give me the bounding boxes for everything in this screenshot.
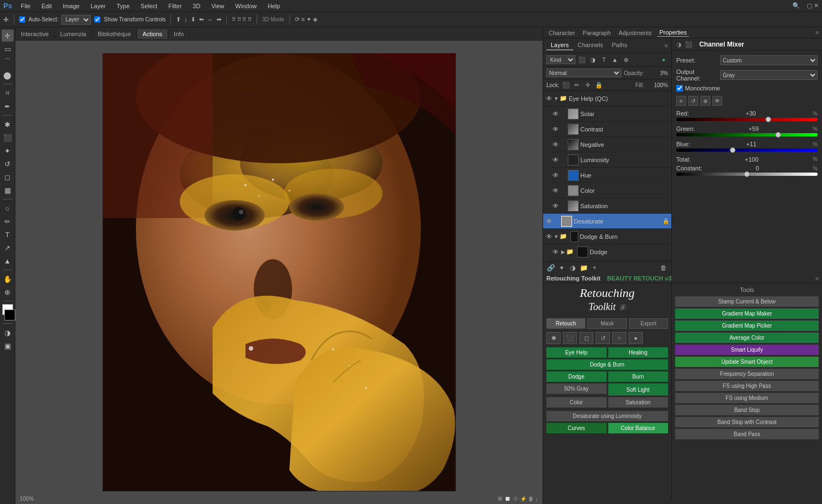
- link-layers-btn[interactable]: 🔗: [546, 264, 555, 272]
- btn-update-smart-object[interactable]: Update Smart Object: [675, 357, 819, 367]
- tab-export[interactable]: Export: [629, 318, 668, 329]
- lock-pixels-btn[interactable]: ⬛: [562, 81, 570, 89]
- btn-saturation[interactable]: Saturation: [608, 397, 669, 408]
- btn-band-pass[interactable]: Band Pass: [675, 429, 819, 439]
- search-icon[interactable]: 🔍: [792, 2, 800, 9]
- btn-band-stop[interactable]: Band Stop: [675, 405, 819, 415]
- eye-visibility-eye-help[interactable]: 👁: [545, 95, 553, 102]
- layer-dodge-group[interactable]: 👁 ▶ 📁 Dodge: [550, 244, 671, 260]
- shape-tool[interactable]: ▲: [2, 255, 14, 267]
- filter-type-icon[interactable]: T: [600, 55, 608, 64]
- layer-dodge-burn-group[interactable]: 👁 ▼ 📁 Dodge & Burn: [543, 229, 671, 244]
- add-style-btn[interactable]: ✦: [557, 264, 566, 272]
- filter-shape-icon[interactable]: ▲: [610, 55, 619, 64]
- retouch-icon-heal[interactable]: ✱: [546, 332, 561, 344]
- btn-average-color[interactable]: Average Color: [675, 333, 819, 343]
- new-layer-btn[interactable]: +: [590, 264, 599, 272]
- fill-value[interactable]: 100%: [646, 82, 668, 88]
- retouch-icon-patch[interactable]: ◻: [579, 332, 593, 344]
- cm-icon-btn4[interactable]: 👁: [712, 96, 722, 106]
- expand-dodge-burn[interactable]: ▼: [553, 233, 560, 240]
- tab-actions[interactable]: Actions: [137, 29, 168, 39]
- layer-color[interactable]: 👁 Color: [550, 183, 671, 198]
- expand-solar[interactable]: [560, 111, 566, 117]
- tab-channels[interactable]: Channels: [573, 41, 607, 50]
- btn-eye-help[interactable]: Eye Help: [546, 347, 607, 358]
- selection-tool[interactable]: ▭: [2, 43, 14, 55]
- brush-tool[interactable]: ⬛: [2, 131, 14, 144]
- btn-curves[interactable]: Curves: [546, 423, 607, 433]
- layer-kind-filter[interactable]: Kind Name Effect: [546, 55, 575, 64]
- tab-properties[interactable]: Properties: [657, 28, 689, 37]
- filter-smart-icon[interactable]: ⊕: [621, 55, 630, 64]
- cm-output-channel-select[interactable]: Gray Red Green Blue: [720, 70, 818, 80]
- menu-filter[interactable]: Filter: [166, 3, 184, 9]
- tab-paths[interactable]: Paths: [608, 41, 632, 50]
- align-right-icon[interactable]: ➡: [216, 16, 221, 23]
- filter-toggle-btn[interactable]: ●: [659, 55, 668, 64]
- filter-adj-icon[interactable]: ◑: [589, 55, 597, 64]
- lock-image-btn[interactable]: ✏: [573, 81, 581, 89]
- menu-layer[interactable]: Layer: [88, 3, 108, 9]
- eye-luminosity[interactable]: 👁: [552, 156, 560, 164]
- expand-luminosity[interactable]: [560, 157, 566, 163]
- cm-green-thumb[interactable]: [775, 132, 781, 138]
- layer-luminosity[interactable]: 👁 Luminosity: [550, 152, 671, 168]
- clone-tool[interactable]: ✦: [2, 145, 14, 157]
- eyedropper-tool[interactable]: ✒: [2, 100, 14, 112]
- menu-3d[interactable]: 3D: [191, 3, 203, 9]
- cm-icon-btn1[interactable]: ≡: [676, 96, 686, 106]
- quick-select-tool[interactable]: ⬤: [2, 69, 14, 81]
- menu-file[interactable]: File: [19, 3, 33, 9]
- layer-saturation[interactable]: 👁 Saturation: [550, 198, 671, 214]
- tab-adjustments[interactable]: Adjustments: [616, 29, 654, 37]
- cm-red-thumb[interactable]: [766, 117, 771, 122]
- btn-gradient-map-picker[interactable]: Gradient Map Picker: [675, 320, 819, 331]
- quick-mask-btn[interactable]: ◑: [2, 327, 14, 339]
- layer-desaturate-main[interactable]: 👁 Desaturate 🔒: [543, 214, 671, 229]
- menu-window[interactable]: Window: [233, 3, 259, 9]
- btn-frequency-separation[interactable]: Frequency Separation: [675, 369, 819, 379]
- layer-hue[interactable]: 👁 Hue: [550, 168, 671, 183]
- tab-retouch[interactable]: Retouch: [546, 318, 585, 329]
- expand-eye-help[interactable]: ▼: [553, 95, 560, 102]
- btn-desaturate-lum[interactable]: Desaturate using Luminosity: [546, 411, 668, 421]
- auto-select-dropdown[interactable]: Layer Group: [61, 15, 91, 25]
- btn-fs-high-pass[interactable]: FS using High Pass: [675, 381, 819, 391]
- align-hcenter-icon[interactable]: ↔: [207, 16, 213, 23]
- layer-negative[interactable]: 👁 Negative: [550, 137, 671, 152]
- cm-icon-btn3[interactable]: ⊕: [700, 96, 710, 106]
- tab-mask[interactable]: Mask: [587, 318, 626, 329]
- type-tool[interactable]: T: [2, 228, 14, 240]
- cm-green-track[interactable]: [676, 133, 818, 136]
- btn-stamp-current[interactable]: Stamp Current & Below: [675, 296, 819, 307]
- history-brush-tool[interactable]: ↺: [2, 158, 14, 170]
- cm-blue-thumb[interactable]: [730, 147, 735, 153]
- btn-band-stop-contrast[interactable]: Band Stop with Contrast: [675, 417, 819, 427]
- dodge-tool[interactable]: ○: [2, 202, 14, 214]
- layers-menu-btn[interactable]: ≡: [665, 42, 668, 49]
- tab-info[interactable]: Info: [168, 29, 190, 39]
- align-left-icon[interactable]: ⬅: [199, 16, 204, 23]
- zoom-tool[interactable]: ⊕: [2, 286, 14, 298]
- eye-contrast[interactable]: 👁: [552, 125, 560, 133]
- eye-dodge-burn[interactable]: 👁: [545, 233, 553, 240]
- cm-preset-select[interactable]: Custom Default: [720, 55, 818, 65]
- tab-paragraph[interactable]: Paragraph: [580, 29, 613, 37]
- auto-select-checkbox[interactable]: [19, 16, 25, 22]
- align-vcenter-icon[interactable]: ↕: [184, 16, 187, 23]
- align-bottom-icon[interactable]: ⬇: [191, 16, 196, 23]
- eye-saturation[interactable]: 👁: [552, 202, 560, 210]
- btn-50gray[interactable]: 50% Gray: [546, 383, 607, 394]
- tab-character[interactable]: Character: [546, 29, 577, 37]
- btn-dodge[interactable]: Dodge: [546, 371, 607, 382]
- expand-color[interactable]: [560, 187, 566, 194]
- retouch-icon-liquify[interactable]: ↺: [596, 332, 610, 344]
- eraser-tool[interactable]: ◻: [2, 171, 14, 183]
- tab-lumenzia[interactable]: Lumenzia: [55, 29, 93, 39]
- eye-hue[interactable]: 👁: [552, 171, 560, 179]
- eye-color[interactable]: 👁: [552, 187, 560, 194]
- path-select-tool[interactable]: ↗: [2, 242, 14, 254]
- blend-mode-select[interactable]: Normal Multiply Screen: [546, 68, 621, 77]
- background-color[interactable]: [4, 310, 15, 320]
